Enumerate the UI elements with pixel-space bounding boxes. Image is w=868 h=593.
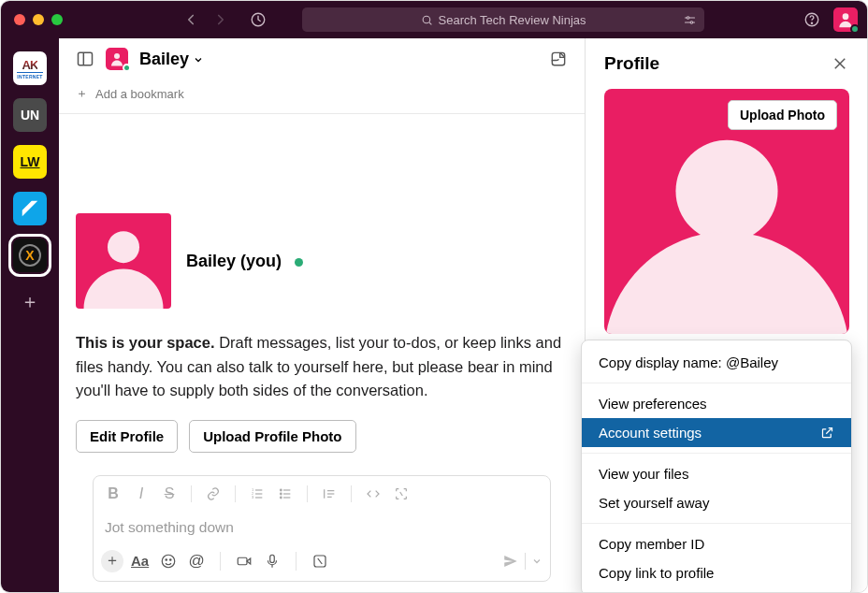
upload-photo-button[interactable]: Upload Photo [728,100,837,130]
add-bookmark-label: Add a bookmark [95,87,184,101]
menu-view-files[interactable]: View your files [582,459,851,488]
self-name: Bailey (you) [186,252,282,270]
history-nav [182,11,267,28]
presence-indicator [123,64,131,72]
svg-point-6 [690,21,693,23]
help-icon[interactable] [803,11,820,28]
maximize-window-button[interactable] [51,14,63,25]
formatting-toggle[interactable]: Aa [127,553,152,569]
profile-context-menu: Copy display name: @Bailey View preferen… [581,340,852,593]
conversation-title: Bailey [139,50,189,69]
desc-bold: This is your space. [76,334,215,351]
svg-rect-35 [238,557,247,565]
external-link-icon [820,426,834,440]
close-profile-button[interactable] [832,55,848,72]
mention-button[interactable]: @ [184,549,209,573]
message-composer: B I S 123 [93,475,551,582]
svg-point-1 [423,16,430,23]
svg-point-34 [170,558,172,560]
chevron-down-icon [531,556,542,567]
minimize-window-button[interactable] [33,14,44,25]
code-button[interactable] [361,482,385,506]
window-controls [14,14,63,25]
composer-input[interactable] [94,512,550,545]
audio-button[interactable] [260,549,284,573]
profile-title: Profile [604,53,659,74]
bullet-list-button[interactable] [273,482,297,506]
attach-button[interactable]: ＋ [101,550,123,572]
svg-point-24 [281,489,282,491]
emoji-button[interactable] [156,549,181,573]
presence-indicator [850,24,860,34]
presence-indicator [295,258,303,267]
svg-point-26 [281,497,282,499]
svg-point-33 [166,558,167,560]
upload-profile-photo-button[interactable]: Upload Profile Photo [189,420,355,453]
menu-copy-member-id[interactable]: Copy member ID [582,529,851,558]
svg-line-31 [400,492,403,496]
plus-icon: ＋ [76,85,88,102]
codeblock-button[interactable] [389,482,413,506]
composer-actions: ＋ Aa @ [94,545,550,581]
svg-rect-10 [79,52,93,65]
svg-point-32 [162,555,175,568]
format-toolbar: B I S 123 [94,476,550,512]
conversation-pane: Bailey ＋ Add a bookmark Bailey [59,38,585,593]
history-button[interactable] [250,11,267,28]
user-avatar-button[interactable] [833,7,858,32]
italic-button[interactable]: I [129,482,153,506]
send-button[interactable] [502,553,542,570]
workspace-1-sublabel: INTERNET [17,72,42,80]
workspace-rail: AK INTERNET UN LW X ＋ [1,38,59,593]
menu-set-away[interactable]: Set yourself away [582,488,851,517]
sidebar-toggle-icon[interactable] [76,50,94,68]
search-icon [421,14,433,26]
workspace-4[interactable] [13,192,47,225]
search-placeholder: Search Tech Review Ninjas [439,13,586,27]
self-space-description: This is your space. Draft messages, list… [76,331,568,403]
blockquote-button[interactable] [317,482,341,506]
link-button[interactable] [201,482,225,506]
canvas-icon[interactable] [549,50,568,68]
workspace-5-active[interactable]: X [13,239,47,272]
svg-point-9 [843,13,849,20]
shortcuts-button[interactable] [308,549,332,573]
svg-text:3: 3 [252,495,254,499]
svg-point-8 [811,22,812,23]
self-avatar [76,213,171,309]
ordered-list-button[interactable]: 123 [245,482,269,506]
forward-button[interactable] [212,11,229,28]
conversation-title-button[interactable]: Bailey [139,50,204,69]
menu-copy-link-profile[interactable]: Copy link to profile [582,558,851,587]
add-workspace-button[interactable]: ＋ [21,289,39,314]
svg-point-4 [687,16,689,19]
workspace-1-label: AK [22,58,38,72]
workspace-2[interactable]: UN [13,98,47,132]
svg-point-25 [281,493,282,495]
back-button[interactable] [182,11,199,28]
menu-view-preferences[interactable]: View preferences [582,389,851,418]
menu-copy-display-name[interactable]: Copy display name: @Bailey [582,348,851,377]
chevron-down-icon [193,54,204,65]
titlebar: Search Tech Review Ninjas [1,1,867,38]
video-button[interactable] [232,549,256,573]
workspace-3-label: LW [21,154,40,169]
add-bookmark-button[interactable]: ＋ Add a bookmark [59,80,585,114]
workspace-5-label: X [25,248,34,263]
workspace-1[interactable]: AK INTERNET [13,51,47,85]
search-filter-icon[interactable] [683,13,697,27]
menu-account-settings[interactable]: Account settings [582,418,851,447]
workspace-2-label: UN [21,108,39,123]
svg-line-2 [429,22,431,24]
edit-profile-button[interactable]: Edit Profile [76,420,178,453]
dm-avatar [106,48,128,70]
close-window-button[interactable] [14,14,25,25]
search-input[interactable]: Search Tech Review Ninjas [302,7,704,32]
svg-rect-37 [270,555,275,562]
svg-point-14 [108,231,139,263]
workspace-3[interactable]: LW [13,145,47,179]
svg-point-43 [675,140,777,242]
bold-button[interactable]: B [101,482,125,506]
svg-point-12 [114,53,120,59]
strike-button[interactable]: S [157,482,181,506]
